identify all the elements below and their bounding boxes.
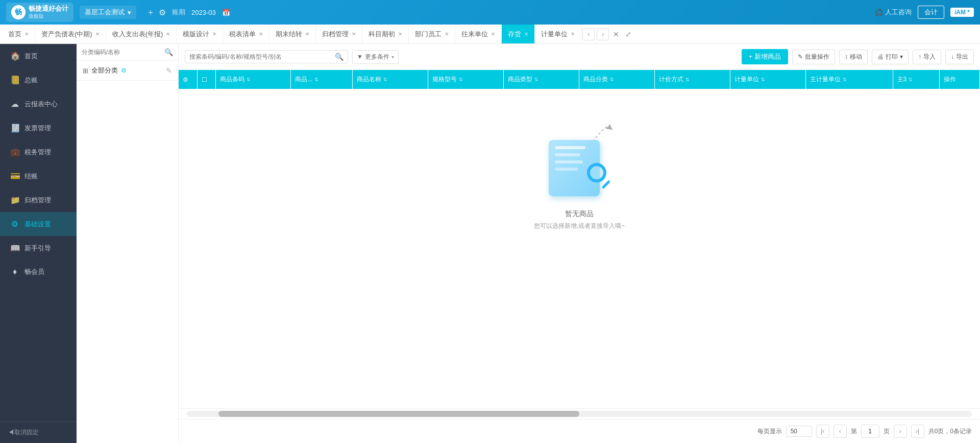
th-unit[interactable]: 计量单位 ⇅ <box>730 70 805 89</box>
cancel-pin-btn[interactable]: ◀取消固定 <box>0 422 77 443</box>
category-edit-icon[interactable]: ✎ <box>166 66 172 75</box>
total-records: 共0页，0条记录 <box>928 427 972 436</box>
sidebar-item-tax[interactable]: 💼 税务管理 <box>0 140 77 164</box>
sidebar-item-invoice[interactable]: 🧾 发票管理 <box>0 116 77 140</box>
th-settings[interactable]: ⚙ <box>179 70 197 89</box>
period-label: 账期 <box>172 8 185 17</box>
consult-btn[interactable]: 🎧 人工咨询 <box>875 8 912 17</box>
sidebar-item-home[interactable]: 🏠 首页 <box>0 44 77 68</box>
close-all-tabs-btn[interactable]: ✕ <box>610 28 622 40</box>
tab-balance[interactable]: 资产负债表(中期) ✕ <box>35 25 106 44</box>
tab-income[interactable]: 收入支出表(年报) ✕ <box>106 25 177 44</box>
settings-gear-icon: ⚙ <box>10 219 19 229</box>
tabs-prev-btn[interactable]: ‹ <box>582 28 595 40</box>
tab-close-subject[interactable]: ✕ <box>398 31 402 37</box>
sidebar-item-ledger[interactable]: 📒 总账 <box>0 68 77 92</box>
tab-close-template[interactable]: ✕ <box>212 31 216 37</box>
table-container: ⚙ ☐ 商品条码 ⇅ <box>179 70 980 408</box>
tab-template[interactable]: 模版设计 ✕ <box>177 25 223 44</box>
th-name[interactable]: 商品名称 ⇅ <box>353 70 428 89</box>
tab-dept[interactable]: 部门员工 ✕ <box>409 25 455 44</box>
tab-subject[interactable]: 科目期初 ✕ <box>362 25 409 44</box>
iam-badge[interactable]: iAM * <box>950 8 974 17</box>
batch-icon: ✎ <box>798 53 803 60</box>
sidebar-item-settings[interactable]: ⚙ 基础设置 <box>0 212 77 236</box>
th-spec[interactable]: 规格型号 ⇅ <box>428 70 504 89</box>
tab-close-balance[interactable]: ✕ <box>95 31 100 37</box>
product-search-input[interactable] <box>189 53 332 60</box>
batch-ops-btn[interactable]: ✎ 批量操作 <box>792 50 835 64</box>
company-selector[interactable]: 基层工会测试 ▾ <box>80 6 136 19</box>
th-category[interactable]: 商品分类 ⇅ <box>579 70 655 89</box>
content-area: 🔍 ⊞ 全部分类 ⚙ ✎ 🔍 <box>77 44 980 443</box>
th-main-unit[interactable]: 主计量单位 ⇅ <box>805 70 893 89</box>
empty-subtitle: 您可以选择新增,或者直接导入哦~ <box>534 222 625 230</box>
th-price-method[interactable]: 计价方式 ⇅ <box>654 70 730 89</box>
page-number-input[interactable] <box>861 425 879 438</box>
tab-close-period[interactable]: ✕ <box>305 31 309 37</box>
main-layout: 🏠 首页 📒 总账 ☁ 云报表中心 🧾 发票管理 💼 税务管理 💳 结账 📁 归… <box>0 44 980 443</box>
tab-tax[interactable]: 税表清单 ✕ <box>223 25 270 44</box>
sort-icon-7: ⇅ <box>685 77 690 82</box>
checkbox-icon[interactable]: ☐ <box>202 76 207 83</box>
prev-page-btn[interactable]: ‹ <box>834 425 847 438</box>
tab-period-close[interactable]: 期末结转 ✕ <box>270 25 316 44</box>
export-btn[interactable]: ↓ 导出 <box>945 50 974 64</box>
first-page-btn[interactable]: |‹ <box>816 425 829 438</box>
tab-close-inventory[interactable]: ✕ <box>524 31 528 37</box>
th-checkbox[interactable]: ☐ <box>197 70 215 89</box>
account-btn[interactable]: 会计 <box>918 6 944 19</box>
tab-close-unit[interactable]: ✕ <box>571 31 575 37</box>
next-page-btn[interactable]: › <box>894 425 907 438</box>
sidebar-item-guide[interactable]: 📖 新手引导 <box>0 236 77 260</box>
th-barcode[interactable]: 商品条码 ⇅ <box>215 70 291 89</box>
col-settings-icon[interactable]: ⚙ <box>183 76 188 83</box>
tab-archive[interactable]: 归档管理 ✕ <box>316 25 362 44</box>
logo-area[interactable]: 畅 畅捷通好会计 旗舰版 <box>6 3 74 22</box>
sort-icon-8: ⇅ <box>761 77 765 82</box>
tab-home[interactable]: 首页 ✕ <box>2 25 35 44</box>
company-name: 基层工会测试 <box>85 8 125 17</box>
more-filter-btn[interactable]: ▼ 更多条件 ▾ <box>352 50 399 64</box>
th-extra[interactable]: 主3 ⇅ <box>893 70 940 89</box>
all-categories[interactable]: ⊞ 全部分类 ⚙ ✎ <box>77 61 178 81</box>
tab-close-tax[interactable]: ✕ <box>259 31 263 37</box>
tab-partner[interactable]: 往来单位 ✕ <box>455 25 502 44</box>
scroll-thumb[interactable] <box>218 411 579 417</box>
tab-inventory[interactable]: 存货 ✕ <box>502 25 535 44</box>
th-type[interactable]: 商品类型 ⇅ <box>504 70 579 89</box>
category-search-input[interactable] <box>82 49 161 56</box>
dropdown-icon: ▾ <box>128 9 131 16</box>
sidebar-item-checkout[interactable]: 💳 结账 <box>0 164 77 188</box>
checkout-icon: 💳 <box>10 171 19 181</box>
page-size-select[interactable]: 50 10 20 100 <box>786 426 812 437</box>
calendar-icon[interactable]: 📅 <box>222 9 230 16</box>
tab-close-dept[interactable]: ✕ <box>445 31 449 37</box>
tab-close-income[interactable]: ✕ <box>166 31 170 37</box>
sidebar-item-member[interactable]: ♦ 畅会员 <box>0 260 77 284</box>
move-btn[interactable]: ↕ 移动 <box>839 50 868 64</box>
period-value: 2023-03 <box>191 9 216 16</box>
th-sku[interactable]: 商品... ⇅ <box>291 70 353 89</box>
category-settings-icon[interactable]: ⚙ <box>121 67 127 74</box>
print-btn[interactable]: 🖨 打印 ▾ <box>872 50 909 64</box>
product-search-icon[interactable]: 🔍 <box>335 53 344 61</box>
tab-close-archive[interactable]: ✕ <box>352 31 356 37</box>
tabs-next-btn[interactable]: › <box>597 28 609 40</box>
sidebar-item-archive[interactable]: 📁 归档管理 <box>0 188 77 212</box>
last-page-btn[interactable]: ›| <box>911 425 924 438</box>
tab-unit[interactable]: 计量单位 ✕ <box>535 25 581 44</box>
category-search-icon[interactable]: 🔍 <box>164 48 173 56</box>
tab-close-partner[interactable]: ✕ <box>491 31 495 37</box>
sidebar-item-cloud[interactable]: ☁ 云报表中心 <box>0 92 77 116</box>
headset-icon: 🎧 <box>875 9 883 16</box>
import-btn[interactable]: ↑ 导入 <box>913 50 941 64</box>
settings-icon[interactable]: ⚙ <box>159 8 166 17</box>
scroll-track[interactable] <box>187 411 972 417</box>
add-icon[interactable]: ＋ <box>146 7 155 18</box>
tab-close-home[interactable]: ✕ <box>24 31 29 37</box>
page-inner: 🔍 ⊞ 全部分类 ⚙ ✎ 🔍 <box>77 44 980 443</box>
expand-tabs-btn[interactable]: ⤢ <box>622 28 634 40</box>
horizontal-scrollbar[interactable] <box>179 408 980 419</box>
add-product-btn[interactable]: + 新增商品 <box>742 49 788 64</box>
